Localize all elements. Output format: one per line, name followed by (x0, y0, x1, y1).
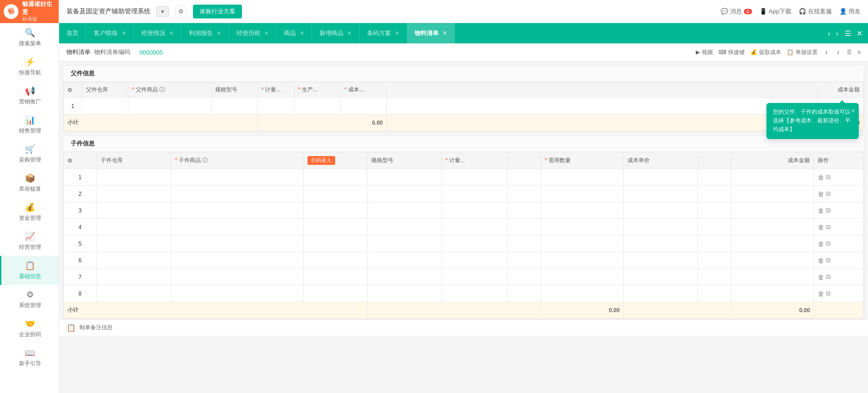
child-row-3-qty[interactable] (541, 202, 623, 219)
child-row-6-warehouse[interactable] (96, 252, 171, 269)
delete-icon[interactable]: 🗑 (818, 273, 824, 281)
child-row-8-unit[interactable] (441, 285, 507, 302)
tab-close-icon[interactable]: ✕ (442, 30, 447, 36)
child-row-4-qty[interactable] (541, 219, 623, 236)
child-row-2-qty[interactable] (541, 186, 623, 202)
copy-icon[interactable]: ⧉ (826, 290, 831, 297)
nav-tab-商品[interactable]: 商品✕ (277, 23, 312, 43)
child-row-8-warehouse[interactable] (96, 285, 171, 302)
tab-close-icon[interactable]: ✕ (217, 30, 221, 36)
parent-row-1-cost[interactable] (341, 98, 387, 115)
sidebar-item-企业协同[interactable]: 🤝企业协同 (0, 314, 59, 343)
child-row-5-goods[interactable] (171, 236, 303, 252)
child-row-6-unit[interactable] (441, 252, 507, 269)
nav-close-all-icon[interactable]: ✕ (855, 29, 864, 38)
nav-tab-利润报告[interactable]: 利润报告✕ (181, 23, 229, 43)
tab-close-icon[interactable]: ✕ (300, 30, 304, 36)
child-row-3-warehouse[interactable] (96, 202, 171, 219)
user-btn[interactable]: 👤 用友 (839, 7, 861, 16)
nav-tab-新增商品[interactable]: 新增商品✕ (312, 23, 360, 43)
child-row-4-unit[interactable] (441, 219, 507, 236)
child-row-5-unit-cost[interactable] (624, 236, 698, 252)
child-row-5-unit[interactable] (441, 236, 507, 252)
parent-row-1-produce[interactable] (295, 98, 341, 115)
shortcut-action-btn[interactable]: ⌨ 快捷键 (718, 48, 745, 56)
nav-tab-条码方案[interactable]: 条码方案✕ (360, 23, 407, 43)
child-row-4-spec[interactable] (367, 219, 441, 236)
online-service-btn[interactable]: 🎧 在线客服 (799, 7, 832, 16)
nav-next-icon[interactable]: › (834, 29, 840, 38)
child-row-7-unit-cost[interactable] (624, 269, 698, 285)
child-row-2-spec[interactable] (367, 186, 441, 202)
parent-row-1-warehouse[interactable] (82, 98, 128, 115)
copy-icon[interactable]: ⧉ (826, 173, 831, 181)
tab-close-icon[interactable]: ✕ (347, 30, 352, 36)
delete-icon[interactable]: 🗑 (818, 290, 824, 297)
child-row-8-unit-cost[interactable] (624, 285, 698, 302)
child-row-2-unit[interactable] (441, 186, 507, 202)
child-row-1-goods[interactable] (171, 169, 303, 186)
delete-icon[interactable]: 🗑 (818, 224, 824, 231)
child-row-3-spec[interactable] (367, 202, 441, 219)
nav-tab-客户联络[interactable]: 客户联络✕ (86, 23, 134, 43)
delete-icon[interactable]: 🗑 (818, 257, 824, 264)
child-row-7-goods[interactable] (171, 269, 303, 285)
app-download-btn[interactable]: 📱 App下载 (760, 7, 791, 16)
scan-input-btn[interactable]: 扫码录入 (307, 156, 335, 165)
sidebar-item-快捷导航[interactable]: ⚡快捷导航 (0, 52, 59, 81)
sidebar-item-资金管理[interactable]: 💰资金管理 (0, 198, 59, 227)
child-row-3-goods[interactable] (171, 202, 303, 219)
doc-settings-btn[interactable]: 📋 单据设置 (787, 48, 818, 56)
nav-prev-icon[interactable]: ‹ (826, 29, 832, 38)
copy-icon[interactable]: ⧉ (826, 223, 831, 231)
child-row-1-spec[interactable] (367, 169, 441, 186)
parent-row-1-unit[interactable] (258, 98, 295, 115)
child-row-1-qty[interactable] (541, 169, 623, 186)
child-row-6-unit-cost[interactable] (624, 252, 698, 269)
child-row-2-goods[interactable] (171, 186, 303, 202)
parent-row-1-goods[interactable] (128, 98, 211, 115)
nav-tab-首页[interactable]: 首页 (59, 23, 86, 43)
system-dropdown-btn[interactable]: ▾ (156, 6, 169, 17)
extract-cost-btn[interactable]: 💰 提取成本 (750, 48, 781, 56)
tooltip-close-btn[interactable]: × (851, 106, 855, 116)
child-row-3-unit[interactable] (441, 202, 507, 219)
tab-close-icon[interactable]: ✕ (169, 30, 174, 36)
video-action-btn[interactable]: ▶ 视频 (696, 48, 713, 56)
child-row-2-unit-cost[interactable] (624, 186, 698, 202)
child-row-1-warehouse[interactable] (96, 169, 171, 186)
child-row-1-unit-cost[interactable] (624, 169, 698, 186)
sidebar-item-销售管理[interactable]: 📊销售管理 (0, 110, 59, 139)
sidebar-item-新手引导[interactable]: 📖新手引导 (0, 343, 59, 372)
delete-icon[interactable]: 🗑 (818, 207, 824, 214)
child-row-5-spec[interactable] (367, 236, 441, 252)
child-row-7-qty[interactable] (541, 269, 623, 285)
settings-btn[interactable]: ⚙ (175, 5, 187, 18)
child-row-4-warehouse[interactable] (96, 219, 171, 236)
child-row-6-qty[interactable] (541, 252, 623, 269)
sidebar-item-库存核算[interactable]: 📦库存核算 (0, 169, 59, 198)
copy-icon[interactable]: ⧉ (826, 240, 831, 248)
sidebar-item-系统管理[interactable]: ⚙系统管理 (0, 285, 59, 314)
page-nav-menu[interactable]: ☰ (847, 49, 852, 55)
tab-close-icon[interactable]: ✕ (395, 30, 399, 36)
nav-tab-经营情况[interactable]: 经营情况✕ (134, 23, 181, 43)
tab-close-icon[interactable]: ✕ (121, 30, 126, 36)
sidebar-item-采购管理[interactable]: 🛒采购管理 (0, 139, 59, 169)
delete-icon[interactable]: 🗑 (818, 240, 824, 248)
child-row-5-warehouse[interactable] (96, 236, 171, 252)
sidebar-item-搜索菜单[interactable]: 🔍搜索菜单 (0, 23, 59, 52)
copy-icon[interactable]: ⧉ (826, 206, 831, 214)
messages-btn[interactable]: 💬 消息 6 (721, 7, 752, 16)
child-row-5-qty[interactable] (541, 236, 623, 252)
sidebar-item-基础信息[interactable]: 📋基础信息 (0, 256, 59, 285)
sidebar-item-营销推广[interactable]: 📢营销推广 (0, 81, 59, 110)
child-row-7-unit[interactable] (441, 269, 507, 285)
child-row-8-goods[interactable] (171, 285, 303, 302)
child-col-scan[interactable]: 扫码录入 (303, 152, 367, 169)
delete-icon[interactable]: 🗑 (818, 174, 824, 181)
page-nav-prev[interactable]: ‹ (823, 47, 829, 57)
child-row-6-spec[interactable] (367, 252, 441, 269)
copy-icon[interactable]: ⧉ (826, 273, 831, 281)
page-nav-list[interactable]: ≡ (857, 49, 861, 55)
